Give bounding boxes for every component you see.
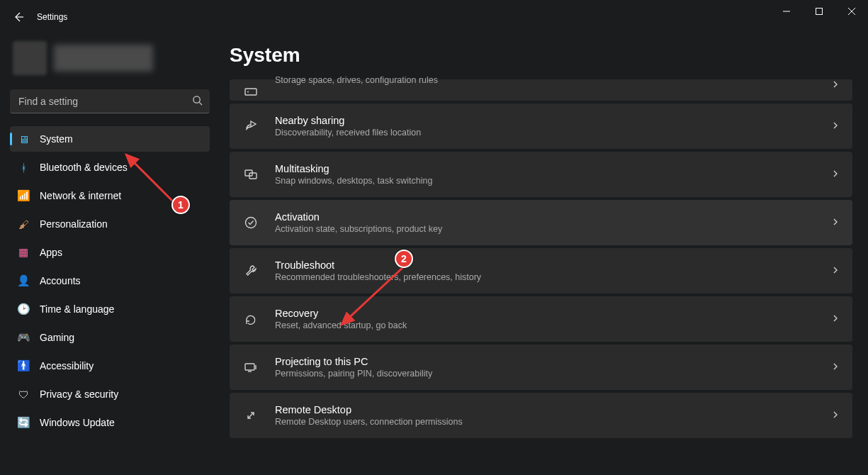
time-icon: 🕑 [17,303,30,315]
gaming-icon: 🎮 [17,331,30,344]
sidebar-item-label: Apps [40,247,62,258]
sidebar-item-accessibility[interactable]: 🚹Accessibility [10,353,210,379]
card-subtitle: Storage space, drives, configuration rul… [275,75,816,85]
content: System Storage space, drives, configurat… [220,34,868,475]
sidebar-item-label: Network & internet [40,190,121,201]
sidebar-item-bluetooth[interactable]: ᚼBluetooth & devices [10,155,210,180]
sidebar-item-label: System [40,133,73,145]
settings-card-activation[interactable]: ActivationActivation state, subscription… [230,200,852,245]
settings-card-nearby[interactable]: Nearby sharingDiscoverability, received … [230,104,852,149]
settings-list: Storage space, drives, configuration rul… [230,79,852,438]
storage-icon [242,82,259,99]
card-title: Multitasking [275,163,816,174]
window-title: Settings [37,12,67,22]
maximize-button[interactable] [803,0,835,23]
chevron-right-icon [831,121,840,132]
card-title: Activation [275,211,816,223]
sidebar-item-personalization[interactable]: 🖌Personalization [10,211,210,237]
avatar [13,41,47,75]
projecting-icon [242,359,259,376]
svg-point-1 [193,96,200,103]
sidebar-item-time[interactable]: 🕑Time & language [10,296,210,322]
card-title: Remote Desktop [275,404,816,415]
sidebar-item-label: Accounts [40,275,81,286]
network-icon: 📶 [17,189,30,202]
card-subtitle: Remote Desktop users, connection permiss… [275,417,816,427]
accessibility-icon: 🚹 [17,359,30,372]
update-icon: 🔄 [17,416,30,429]
sidebar-item-label: Time & language [40,303,114,315]
annotation-marker-2: 2 [395,250,413,268]
card-subtitle: Snap windows, desktops, task switching [275,176,816,186]
card-subtitle: Discoverability, received files location [275,128,816,138]
titlebar: Settings [0,0,868,34]
sidebar-item-accounts[interactable]: 👤Accounts [10,268,210,294]
svg-point-3 [247,91,249,93]
apps-icon: ▦ [17,246,30,259]
chevron-right-icon [831,265,840,276]
back-arrow-icon [13,11,24,23]
personalization-icon: 🖌 [17,218,30,230]
sidebar-item-label: Bluetooth & devices [40,162,128,173]
search-icon [192,95,203,108]
privacy-icon: 🛡 [17,388,30,401]
sidebar-item-update[interactable]: 🔄Windows Update [10,410,210,435]
minimize-icon [783,8,790,15]
settings-card-troubleshoot[interactable]: TroubleshootRecommended troubleshooters,… [230,248,852,294]
card-subtitle: Recommended troubleshooters, preferences… [275,272,816,282]
multitask-icon [242,166,259,183]
close-button[interactable] [835,0,868,23]
window-controls [770,0,868,23]
system-icon: 🖥 [17,133,30,145]
chevron-right-icon [831,79,840,91]
sidebar: 🖥SystemᚼBluetooth & devices📶Network & in… [0,34,220,475]
chevron-right-icon [831,313,840,325]
chevron-right-icon [831,217,840,228]
remote-icon [242,407,259,424]
page-heading: System [230,44,852,67]
search-container [10,89,210,113]
minimize-button[interactable] [770,0,803,23]
settings-card-multitask[interactable]: MultitaskingSnap windows, desktops, task… [230,152,852,197]
sidebar-item-gaming[interactable]: 🎮Gaming [10,325,210,350]
chevron-right-icon [831,410,840,421]
svg-rect-0 [816,9,823,15]
activation-icon [242,214,259,231]
accounts-icon: 👤 [17,274,30,287]
chevron-right-icon [831,362,840,373]
sidebar-nav: 🖥SystemᚼBluetooth & devices📶Network & in… [10,126,210,435]
annotation-marker-1: 1 [171,196,190,214]
search-input[interactable] [10,89,210,113]
svg-point-6 [246,218,257,228]
nearby-icon [242,118,259,135]
card-title: Projecting to this PC [275,356,816,367]
maximize-icon [816,8,823,15]
card-subtitle: Permissions, pairing PIN, discoverabilit… [275,369,816,379]
close-icon [848,8,855,15]
sidebar-item-label: Gaming [40,332,74,343]
settings-card-recovery[interactable]: RecoveryReset, advanced startup, go back [230,296,852,342]
card-title: Troubleshoot [275,259,816,271]
troubleshoot-icon [242,262,259,279]
settings-card-projecting[interactable]: Projecting to this PCPermissions, pairin… [230,345,852,390]
settings-card-remote[interactable]: Remote DesktopRemote Desktop users, conn… [230,393,852,438]
bluetooth-icon: ᚼ [17,161,30,174]
sidebar-item-label: Accessibility [40,360,94,371]
settings-card-storage[interactable]: Storage space, drives, configuration rul… [230,79,852,101]
sidebar-item-label: Windows Update [40,417,115,428]
card-subtitle: Activation state, subscriptions, product… [275,224,816,234]
back-button[interactable] [11,10,26,24]
sidebar-item-system[interactable]: 🖥System [10,126,210,152]
card-title: Nearby sharing [275,115,816,126]
sidebar-item-privacy[interactable]: 🛡Privacy & security [10,381,210,407]
card-subtitle: Reset, advanced startup, go back [275,320,816,330]
chevron-right-icon [831,169,840,180]
svg-rect-7 [245,364,254,370]
sidebar-item-label: Personalization [40,218,108,230]
account-name [54,45,153,72]
account-header[interactable] [10,34,210,85]
card-title: Recovery [275,308,816,319]
sidebar-item-label: Privacy & security [40,389,118,400]
recovery-icon [242,311,259,328]
sidebar-item-apps[interactable]: ▦Apps [10,240,210,265]
